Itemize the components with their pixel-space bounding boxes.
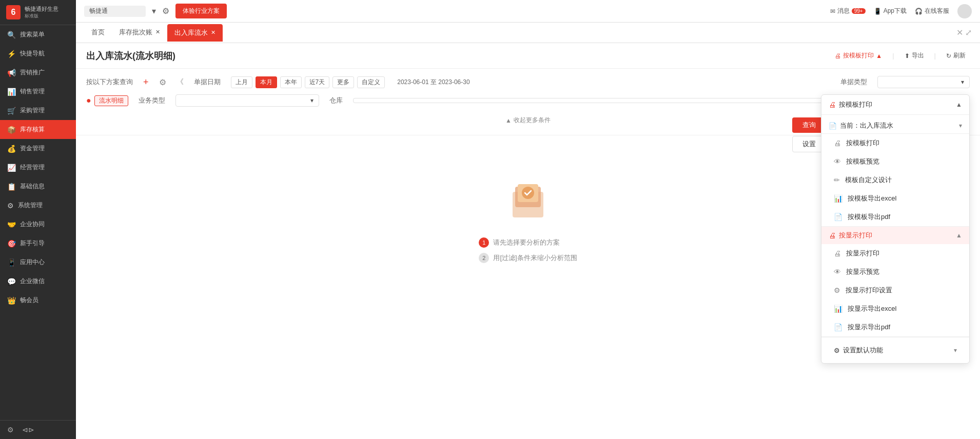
app-name: 畅捷通好生意 <box>25 5 58 12</box>
date-tag-last-month[interactable]: 上月 <box>231 76 252 88</box>
dp-display-preview[interactable]: 👁 按显示预览 <box>821 263 969 281</box>
sidebar-item-label: 经营管理 <box>20 163 45 172</box>
tabs-bar: 首页 库存批次账 ✕ 出入库流水 ✕ ✕ ⤢ <box>76 23 980 43</box>
date-tag-more[interactable]: 更多 <box>332 76 354 88</box>
sidebar-item-search[interactable]: 🔍 搜索菜单 <box>0 25 76 44</box>
dp-template-export-excel[interactable]: 📊 按模板导出excel <box>821 189 969 208</box>
dp-display-export-pdf[interactable]: 📄 按显示导出pdf <box>821 318 969 336</box>
sidebar-bottom: ⚙ ⊲⊳ <box>0 420 76 439</box>
dp-display-header[interactable]: 🖨 按显示打印 ▲ <box>821 227 969 244</box>
dp-title-text: 按模板打印 <box>839 100 872 109</box>
biz-type-dropdown[interactable]: ▾ <box>175 94 319 107</box>
dp-template-print[interactable]: 🖨 按模板打印 <box>821 134 969 152</box>
lightning-icon: ⚡ <box>7 50 16 58</box>
trial-industry-btn[interactable]: 体验行业方案 <box>175 4 227 18</box>
template-print-label: 按模板打印 <box>843 51 874 60</box>
dp-display-print-settings[interactable]: ⚙ 按显示打印设置 <box>821 281 969 300</box>
date-tag-7days[interactable]: 近7天 <box>305 76 330 88</box>
app-badge: 标准版 <box>25 13 58 19</box>
megaphone-icon: 📢 <box>7 69 16 77</box>
sidebar-item-vip[interactable]: 👑 畅会员 <box>0 291 76 310</box>
breadcrumb-input[interactable] <box>84 6 146 17</box>
sidebar-item-label: 销售管理 <box>20 87 45 96</box>
dp-template-custom[interactable]: ✏ 模板自定义设计 <box>821 171 969 189</box>
app-logo-icon: 6 <box>6 5 21 19</box>
online-service-btn[interactable]: 🎧 在线客服 <box>915 7 949 15</box>
tab-home[interactable]: 首页 <box>84 24 112 42</box>
dp-dp-pdf-icon: 📄 <box>834 323 842 331</box>
dp-current-item[interactable]: 📄 当前：出入库流水 ▾ <box>829 118 962 133</box>
sidebar-item-operation[interactable]: 📈 经营管理 <box>0 158 76 177</box>
sidebar-item-quick-nav[interactable]: ⚡ 快捷导航 <box>0 44 76 63</box>
sidebar-item-label: 采购管理 <box>20 106 45 115</box>
dp-template-preview[interactable]: 👁 按模板预览 <box>821 152 969 171</box>
warehouse-label: 仓库 <box>329 96 343 105</box>
printer-icon: 🖨 <box>835 52 841 59</box>
dp-toggle[interactable]: ▲ <box>956 101 962 108</box>
collapse-more-label: 收起更多条件 <box>514 116 551 125</box>
breadcrumb-settings-btn[interactable]: ▾ <box>152 6 156 16</box>
messages-btn[interactable]: ✉ 消息 99+ <box>830 7 866 15</box>
date-tag-this-year[interactable]: 本年 <box>280 76 302 88</box>
dp-footer: ⚙ 设置默认功能 ▾ <box>821 337 969 363</box>
service-icon: 🎧 <box>915 8 923 15</box>
dp-current-section: 📄 当前：出入库流水 ▾ <box>821 115 969 134</box>
app-download-btn[interactable]: 📱 App下载 <box>874 7 907 15</box>
tab-flow-label: 出入库流水 <box>174 28 208 37</box>
dp-display-print[interactable]: 🖨 按显示打印 <box>821 244 969 263</box>
sidebar-item-label: 畅会员 <box>20 296 38 305</box>
page-title: 出入库流水(流水明细) <box>86 50 175 62</box>
setting-filter-btn[interactable]: ⚙ <box>159 77 166 87</box>
header-left: ▾ ⚙ 体验行业方案 <box>84 4 227 18</box>
dp-display-title: 🖨 按显示打印 <box>829 231 872 240</box>
sidebar-item-enterprise[interactable]: 🤝 企业协同 <box>0 215 76 234</box>
tab-expand-btn[interactable]: ⤢ <box>965 28 972 37</box>
dp-footer-arrow: ▾ <box>954 347 957 354</box>
settings-bottom-icon[interactable]: ⚙ <box>7 426 14 434</box>
collapse-filter-btn[interactable]: 《 <box>177 77 184 87</box>
header-gear-btn[interactable]: ⚙ <box>162 6 169 16</box>
tab-batch-account-close[interactable]: ✕ <box>155 29 160 35</box>
dp-display-arrow: ▲ <box>956 232 962 239</box>
sidebar-item-marketing[interactable]: 📢 营销推广 <box>0 63 76 82</box>
sidebar-item-label: 企业微信 <box>20 277 45 286</box>
dp-set-default-content: ⚙ 设置默认功能 <box>834 346 883 355</box>
refresh-label: 刷新 <box>953 51 966 60</box>
sidebar-item-system[interactable]: ⚙ 系统管理 <box>0 196 76 215</box>
date-tag-custom[interactable]: 自定义 <box>357 76 385 88</box>
sidebar-item-sales[interactable]: 📊 销售管理 <box>0 82 76 101</box>
refresh-btn[interactable]: ↻ 刷新 <box>942 49 970 62</box>
sidebar-item-wechat[interactable]: 💬 企业微信 <box>0 272 76 291</box>
user-avatar[interactable] <box>957 4 972 18</box>
tab-flow[interactable]: 出入库流水 ✕ <box>167 24 223 42</box>
add-filter-btn[interactable]: + <box>143 77 149 88</box>
template-print-btn[interactable]: 🖨 按模板打印 ▲ <box>831 49 886 62</box>
date-tag-this-month[interactable]: 本月 <box>256 76 277 88</box>
tab-home-label: 首页 <box>91 28 105 37</box>
sidebar-item-basic[interactable]: 📋 基础信息 <box>0 177 76 196</box>
empty-steps-list: 1 请先选择要分析的方案 2 用[过滤]条件来缩小分析范围 <box>479 237 577 268</box>
dp-display-export-excel[interactable]: 📊 按显示导出excel <box>821 300 969 318</box>
sidebar-item-label: 基础信息 <box>20 182 45 191</box>
sidebar-item-finance[interactable]: 💰 资金管理 <box>0 139 76 158</box>
export-btn[interactable]: ⬆ 导出 <box>900 49 928 62</box>
dp-dp-print-label: 按显示打印 <box>846 249 879 258</box>
dp-set-default-btn[interactable]: ⚙ 设置默认功能 ▾ <box>829 342 962 359</box>
flow-type-badge[interactable]: 流水明细 <box>94 95 128 106</box>
sidebar-item-apps[interactable]: 📱 应用中心 <box>0 253 76 272</box>
dp-dp-pdf-label: 按显示导出pdf <box>848 323 890 332</box>
doc-type-label: 单据类型 <box>840 77 867 87</box>
sidebar-item-inventory[interactable]: 📦 库存核算 <box>0 120 76 139</box>
tab-flow-close[interactable]: ✕ <box>211 29 215 36</box>
tab-close-all-btn[interactable]: ✕ <box>956 28 963 37</box>
dp-template-export-pdf[interactable]: 📄 按模板导出pdf <box>821 208 969 226</box>
dp-tp-custom-icon: ✏ <box>834 176 840 184</box>
sidebar-item-label: 企业协同 <box>20 220 45 229</box>
doc-type-dropdown[interactable]: ▾ <box>877 76 970 88</box>
tab-batch-account[interactable]: 库存批次账 ✕ <box>112 24 167 42</box>
sidebar-item-purchase[interactable]: 🛒 采购管理 <box>0 101 76 120</box>
page-inner: 出入库流水(流水明细) 🖨 按模板打印 ▲ | ⬆ 导出 | ↻ <box>76 43 980 439</box>
message-icon: ✉ <box>830 8 835 15</box>
sidebar-item-guide[interactable]: 🎯 新手引导 <box>0 234 76 253</box>
collapse-sidebar-icon[interactable]: ⊲⊳ <box>22 426 34 434</box>
